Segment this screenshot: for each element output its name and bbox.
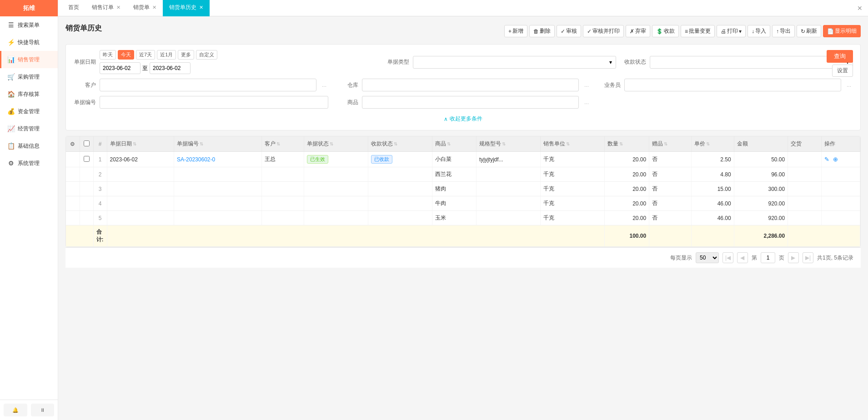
add-button[interactable]: + 新增 [504,25,527,37]
per-page-select[interactable]: 50 100 200 [696,252,719,263]
doc-no-link[interactable]: SA-20230602-0 [177,156,215,163]
yesterday-btn[interactable]: 昨天 [100,50,116,60]
sidebar-item-sales-mgmt[interactable]: 📊 销售管理 [0,51,58,68]
th-spec[interactable]: 规格型号⇅ [476,136,540,152]
export-button[interactable]: ↑ 导出 [772,25,795,37]
top-bar-area: 销货单历史 + 新增 🗑 删除 ✓ 审核 ✓ [65,24,861,39]
tab-sales-delivery-history[interactable]: 销货单历史 ✕ [163,0,210,16]
sidebar-item-inventory[interactable]: 🏠 库存核算 [0,85,58,103]
cell-settings [66,167,80,182]
summary-price-spacer [692,225,734,247]
cell-checkbox[interactable] [80,211,93,225]
th-unit-price[interactable]: 单价⇅ [692,136,734,152]
pause-btn[interactable]: ⏸ [31,404,55,416]
sidebar-item-search-menu[interactable]: ☰ 搜索菜单 [0,16,58,34]
import-button[interactable]: ↓ 导入 [748,25,770,37]
tab-home[interactable]: 首页 [62,0,85,16]
warehouse-dots[interactable]: ... [582,82,591,88]
cell-amount: 920.00 [734,196,788,211]
tab-close-sales-order[interactable]: ✕ [116,5,120,10]
goods-input[interactable] [362,96,579,109]
audit-button[interactable]: ✓ 审核 [557,25,581,37]
date-to-input[interactable] [150,62,191,74]
settings-button[interactable]: 设置 [832,65,853,77]
cell-checkbox[interactable] [80,182,93,196]
tab-sales-delivery[interactable]: 销货单 ✕ [127,0,163,16]
doc-no-label: 单据编号 [73,99,96,106]
th-payment-status[interactable]: 收款状态⇅ [368,136,432,152]
tab-close-history[interactable]: ✕ [199,5,203,10]
show-detail-button[interactable]: 📄 显示明细 [823,25,861,37]
more-btn[interactable]: 更多 [178,50,194,60]
copy-icon[interactable]: ⊕ [833,156,838,163]
refresh-button[interactable]: ↻ 刷新 [797,25,821,37]
page-number-input[interactable] [761,252,775,263]
sidebar-item-system-mgmt[interactable]: ⚙ 系统管理 [0,155,58,172]
pagination: 每页显示 50 100 200 |◀ ◀ 第 页 ▶ ▶| 共1页, 5条记录 [65,247,861,268]
cell-checkbox[interactable] [80,167,93,182]
tab-close-sales-delivery[interactable]: ✕ [152,5,156,10]
first-page-btn[interactable]: |◀ [722,252,733,263]
cell-unit: 千克 [540,152,604,167]
notification-btn[interactable]: 🔔 [4,404,27,416]
salesperson-dots[interactable]: ... [845,82,853,88]
last1month-btn[interactable]: 近1月 [157,50,176,60]
payment-status-select[interactable]: ▾ [650,56,853,69]
cell-gift: 否 [649,196,692,211]
th-qty[interactable]: 数量⇅ [604,136,649,152]
next-page-btn[interactable]: ▶ [788,252,799,263]
th-doc-date[interactable]: 单据日期⇅ [107,136,174,152]
salesperson-input[interactable] [624,79,841,91]
sort-icon: ⇅ [619,141,623,146]
th-doc-no[interactable]: 单据编号⇅ [174,136,262,152]
th-goods[interactable]: 商品⇅ [432,136,476,152]
tab-bar: 首页 销售订单 ✕ 销货单 ✕ 销货单历史 ✕ ✕ [58,0,868,16]
collapse-button[interactable]: ∧ 收起更多条件 [73,113,853,125]
filter-salesperson: 业务员 ... [598,79,853,91]
collect-button[interactable]: 💲 收款 [652,25,679,37]
row-checkbox[interactable] [84,156,90,162]
sidebar-item-basic-info[interactable]: 📋 基础信息 [0,137,58,155]
date-from-input[interactable] [100,62,140,74]
cell-goods: 西兰花 [432,167,476,182]
tab-sales-order[interactable]: 销售订单 ✕ [85,0,127,16]
select-all-checkbox[interactable] [84,140,90,146]
th-settings[interactable]: ⚙ [66,136,80,152]
warehouse-input[interactable] [362,79,579,91]
doc-type-select[interactable]: ▾ [413,56,616,69]
audit-print-button[interactable]: ✓ 审核并打印 [583,25,624,37]
edit-icon[interactable]: ✎ [824,156,829,163]
sidebar-item-finance[interactable]: 💰 资金管理 [0,103,58,120]
query-button[interactable]: 查询 [827,50,853,63]
cell-checkbox[interactable] [80,152,93,167]
abandon-button[interactable]: ✗ 弃审 [626,25,650,37]
cell-doc-no [174,211,262,225]
today-btn[interactable]: 今天 [118,50,134,60]
sidebar-item-operations[interactable]: 📈 经营管理 [0,120,58,137]
filter-row-2: 客户 ... 仓库 ... 业务员 ... [73,79,853,91]
customer-dots[interactable]: ... [320,82,328,88]
th-customer[interactable]: 客户⇅ [261,136,304,152]
doc-no-input[interactable] [100,96,328,109]
print-button[interactable]: 🖨 打印 ▾ [717,25,746,37]
custom-btn[interactable]: 自定义 [196,50,217,60]
th-checkbox[interactable] [80,136,93,152]
prev-page-btn[interactable]: ◀ [737,252,748,263]
customer-input[interactable] [100,79,316,91]
th-unit[interactable]: 销售单位⇅ [540,136,604,152]
th-transaction: 交货 [788,136,821,152]
th-doc-status[interactable]: 单据状态⇅ [304,136,368,152]
last-page-btn[interactable]: ▶| [803,252,813,263]
filter-doc-no: 单据编号 [73,96,328,109]
last7days-btn[interactable]: 近7天 [136,50,155,60]
window-close-btn[interactable]: ✕ [855,5,864,12]
cell-gift: 否 [649,167,692,182]
delete-button[interactable]: 🗑 删除 [529,25,555,37]
sidebar-item-purchase-mgmt[interactable]: 🛒 采购管理 [0,68,58,85]
goods-dots[interactable]: ... [582,99,591,105]
cell-checkbox[interactable] [80,196,93,211]
batch-change-button[interactable]: ≡ 批量变更 [681,25,715,37]
th-gift[interactable]: 赠品⇅ [649,136,692,152]
logo: 拓维 [0,0,58,16]
sidebar-item-quick-nav[interactable]: ⚡ 快捷导航 [0,34,58,51]
